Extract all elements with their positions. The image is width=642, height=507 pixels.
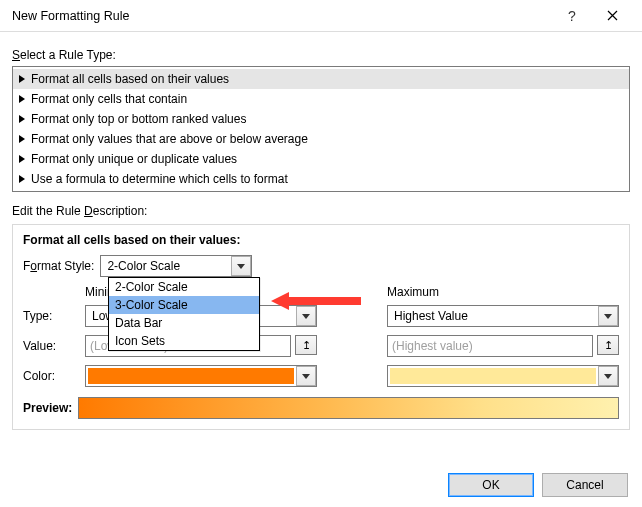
dropdown-option[interactable]: Data Bar	[109, 314, 259, 332]
rule-type-label: Select a Rule Type:	[12, 48, 630, 62]
format-style-combo[interactable]: 2-Color Scale	[100, 255, 252, 277]
dialog-footer: OK Cancel	[448, 473, 628, 497]
max-value-input[interactable]: (Highest value)	[387, 335, 593, 357]
desc-heading: Format all cells based on their values:	[23, 233, 619, 247]
max-header: Maximum	[387, 285, 619, 299]
format-style-dropdown[interactable]: 2-Color Scale 3-Color Scale Data Bar Ico…	[108, 277, 260, 351]
rule-type-item[interactable]: Format only cells that contain	[13, 89, 629, 109]
format-style-value: 2-Color Scale	[101, 259, 231, 273]
range-selector-button[interactable]: ↥	[597, 335, 619, 355]
triangle-icon	[19, 115, 25, 123]
triangle-icon	[19, 175, 25, 183]
triangle-icon	[19, 95, 25, 103]
max-value-placeholder: (Highest value)	[392, 339, 473, 353]
max-color-swatch	[390, 368, 596, 384]
rule-desc-label: Edit the Rule Description:	[12, 204, 630, 218]
max-type-value: Highest Value	[388, 309, 598, 323]
min-color-combo[interactable]	[85, 365, 317, 387]
dialog-body: Select a Rule Type: Format all cells bas…	[0, 32, 642, 430]
rule-type-text: Format all cells based on their values	[31, 72, 229, 86]
color-label: Color:	[23, 369, 85, 383]
preview-label: Preview:	[23, 401, 72, 415]
preview-gradient	[78, 397, 619, 419]
format-style-label: Format Style:	[23, 259, 94, 273]
value-label: Value:	[23, 339, 85, 353]
max-color-combo[interactable]	[387, 365, 619, 387]
format-style-row: Format Style: 2-Color Scale 2-Color Scal…	[23, 255, 619, 277]
dropdown-option[interactable]: Icon Sets	[109, 332, 259, 350]
min-color-swatch	[88, 368, 294, 384]
triangle-icon	[19, 75, 25, 83]
max-type-combo[interactable]: Highest Value	[387, 305, 619, 327]
chevron-down-icon[interactable]	[598, 366, 618, 386]
rule-type-text: Format only top or bottom ranked values	[31, 112, 246, 126]
titlebar: New Formatting Rule ?	[0, 0, 642, 32]
cancel-button[interactable]: Cancel	[542, 473, 628, 497]
close-button[interactable]	[592, 0, 632, 32]
triangle-icon	[19, 135, 25, 143]
rule-type-list[interactable]: Format all cells based on their values F…	[12, 66, 630, 192]
chevron-down-icon[interactable]	[231, 256, 251, 276]
triangle-icon	[19, 155, 25, 163]
window-title: New Formatting Rule	[12, 9, 552, 23]
chevron-down-icon[interactable]	[296, 306, 316, 326]
preview-row: Preview:	[23, 397, 619, 419]
dropdown-option[interactable]: 2-Color Scale	[109, 278, 259, 296]
range-selector-icon: ↥	[604, 340, 613, 351]
chevron-down-icon[interactable]	[598, 306, 618, 326]
rule-type-text: Format only cells that contain	[31, 92, 187, 106]
range-selector-button[interactable]: ↥	[295, 335, 317, 355]
rule-type-text: Use a formula to determine which cells t…	[31, 172, 288, 186]
type-label: Type:	[23, 309, 85, 323]
rule-type-item[interactable]: Format all cells based on their values	[13, 69, 629, 89]
ok-button[interactable]: OK	[448, 473, 534, 497]
close-icon	[607, 10, 618, 21]
rule-type-item[interactable]: Format only unique or duplicate values	[13, 149, 629, 169]
rule-type-item[interactable]: Use a formula to determine which cells t…	[13, 169, 629, 189]
rule-type-item[interactable]: Format only values that are above or bel…	[13, 129, 629, 149]
dropdown-option[interactable]: 3-Color Scale	[109, 296, 259, 314]
help-button[interactable]: ?	[552, 0, 592, 32]
chevron-down-icon[interactable]	[296, 366, 316, 386]
rule-type-text: Format only values that are above or bel…	[31, 132, 308, 146]
range-selector-icon: ↥	[302, 340, 311, 351]
rule-type-text: Format only unique or duplicate values	[31, 152, 237, 166]
rule-description-group: Format all cells based on their values: …	[12, 224, 630, 430]
rule-type-item[interactable]: Format only top or bottom ranked values	[13, 109, 629, 129]
